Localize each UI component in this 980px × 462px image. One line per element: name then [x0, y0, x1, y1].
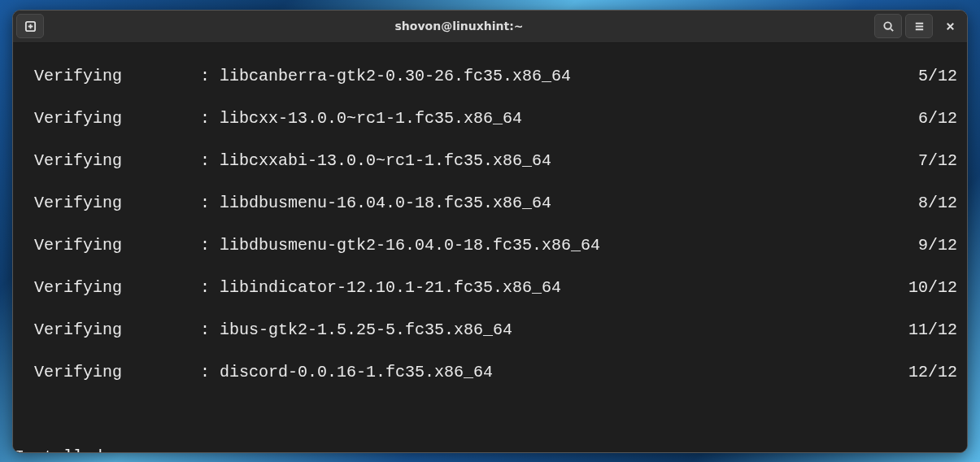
verify-line: Verifying : libdbusmenu-16.04.0-18.fc35.… — [15, 193, 551, 214]
close-button[interactable] — [936, 14, 964, 38]
verify-line: Verifying : libdbusmenu-gtk2-16.04.0-18.… — [15, 235, 600, 256]
menu-button[interactable] — [905, 14, 933, 38]
svg-line-4 — [891, 28, 893, 31]
svg-point-3 — [884, 22, 891, 28]
verify-count: 10/12 — [908, 277, 965, 299]
terminal-output[interactable]: Verifying : libcanberra-gtk2-0.30-26.fc3… — [13, 43, 967, 452]
verify-count: 11/12 — [908, 320, 965, 341]
verify-count: 5/12 — [918, 66, 965, 87]
verify-count: 9/12 — [918, 235, 965, 256]
verify-count: 7/12 — [918, 150, 965, 172]
verify-line: Verifying : libcxx-13.0.0~rc1-1.fc35.x86… — [15, 108, 522, 129]
titlebar: shovon@linuxhint:~ — [13, 11, 967, 43]
new-tab-button[interactable] — [16, 14, 44, 38]
search-button[interactable] — [874, 14, 902, 38]
installed-header: Installed: — [15, 447, 965, 452]
verify-line: Verifying : libindicator-12.10.1-21.fc35… — [15, 277, 561, 299]
verify-count: 12/12 — [908, 362, 965, 383]
verify-line: Verifying : discord-0.0.16-1.fc35.x86_64 — [15, 362, 493, 383]
verify-count: 8/12 — [918, 193, 965, 214]
terminal-window: shovon@linuxhint:~ Verifying : libcanber… — [12, 10, 968, 453]
verify-line: Verifying : ibus-gtk2-1.5.25-5.fc35.x86_… — [15, 320, 512, 341]
verify-line: Verifying : libcanberra-gtk2-0.30-26.fc3… — [15, 66, 571, 87]
verify-line: Verifying : libcxxabi-13.0.0~rc1-1.fc35.… — [15, 150, 551, 172]
verify-count: 6/12 — [918, 108, 965, 129]
window-title: shovon@linuxhint:~ — [44, 20, 874, 33]
